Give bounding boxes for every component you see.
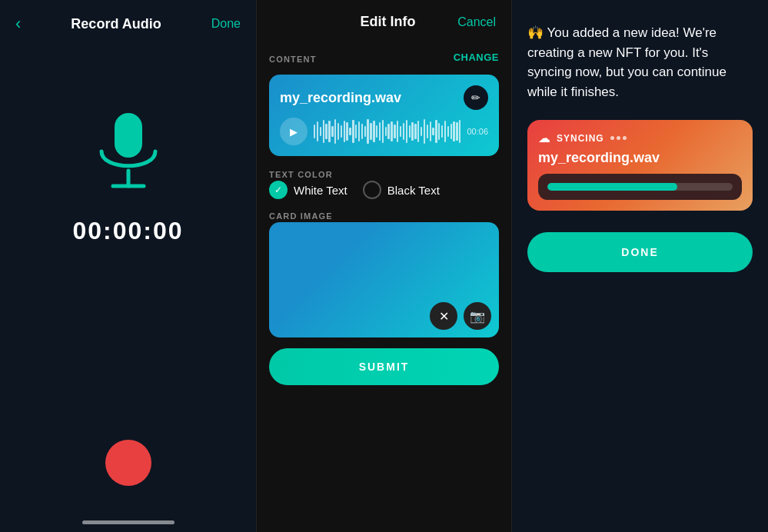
change-button[interactable]: CHANGE	[454, 52, 499, 63]
nft-card: ☁ SYNCING my_recording.wav	[527, 120, 753, 211]
dot-3	[623, 136, 627, 140]
black-text-label: Black Text	[387, 184, 440, 197]
text-color-label: TEXT COLOR	[269, 170, 333, 179]
audio-duration: 00:06	[467, 127, 488, 136]
dot-2	[617, 136, 620, 140]
progress-container	[538, 174, 742, 200]
progress-bar-fill	[547, 183, 677, 191]
edit-header: Edit Info Cancel	[257, 0, 511, 44]
record-title: Record Audio	[71, 16, 161, 32]
progress-bar-background	[547, 183, 733, 191]
camera-button[interactable]: 📷	[464, 302, 491, 330]
card-image-actions: ✕ 📷	[430, 302, 491, 330]
record-button[interactable]	[105, 440, 151, 486]
black-text-option[interactable]: Black Text	[363, 181, 440, 199]
edit-info-panel: Edit Info Cancel CONTENT CHANGE my_recor…	[256, 0, 512, 532]
dot-1	[610, 136, 614, 140]
card-image-box: ✕ 📷	[269, 222, 499, 337]
nft-message: 🙌 You added a new idea! We're creating a…	[527, 23, 753, 101]
waveform-display	[314, 118, 460, 145]
back-button[interactable]: ‹	[15, 14, 21, 34]
submit-button[interactable]: SUBMIT	[269, 348, 499, 385]
play-button[interactable]: ▶	[280, 118, 308, 145]
cloud-icon: ☁	[538, 131, 550, 145]
edit-title: Edit Info	[361, 14, 416, 30]
timer-display: 00:00:00	[72, 217, 183, 245]
remove-image-button[interactable]: ✕	[430, 302, 457, 330]
record-header: ‹ Record Audio Done	[0, 0, 256, 48]
nft-filename: my_recording.wav	[538, 150, 742, 166]
nft-card-inner: ☁ SYNCING my_recording.wav	[527, 120, 753, 211]
microphone-icon	[90, 109, 167, 194]
black-text-check	[363, 181, 381, 199]
bottom-indicator	[82, 520, 175, 524]
text-color-options: ✓ White Text Black Text	[269, 181, 499, 199]
syncing-dots	[610, 136, 627, 140]
nft-syncing-panel: 🙌 You added a new idea! We're creating a…	[512, 0, 768, 532]
card-image-section: CARD IMAGE ✕ 📷	[269, 208, 499, 337]
audio-card-header: my_recording.wav ✏	[280, 85, 488, 110]
audio-card: my_recording.wav ✏ ▶	[269, 75, 499, 156]
white-text-option[interactable]: ✓ White Text	[269, 181, 347, 199]
white-text-check: ✓	[269, 181, 288, 199]
waveform-row: ▶	[280, 118, 488, 145]
text-color-section: TEXT COLOR ✓ White Text Black Text	[269, 167, 499, 199]
syncing-label: SYNCING	[557, 133, 604, 144]
edit-content-area: CONTENT CHANGE my_recording.wav ✏ ▶	[257, 44, 511, 532]
content-section-header: CONTENT CHANGE	[269, 44, 499, 70]
content-label: CONTENT	[269, 55, 317, 64]
record-button-container	[105, 440, 151, 486]
card-image-label: CARD IMAGE	[269, 211, 333, 221]
edit-filename-button[interactable]: ✏	[464, 85, 488, 110]
mic-section: 00:00:00	[72, 109, 183, 245]
cancel-button[interactable]: Cancel	[457, 15, 496, 29]
record-audio-panel: ‹ Record Audio Done 00:00:00	[0, 0, 256, 532]
done-button[interactable]: Done	[211, 17, 241, 31]
svg-rect-0	[115, 113, 142, 158]
white-text-label: White Text	[294, 184, 347, 197]
syncing-row: ☁ SYNCING	[538, 131, 742, 145]
done-button[interactable]: DONE	[527, 232, 753, 272]
audio-filename: my_recording.wav	[280, 90, 401, 106]
